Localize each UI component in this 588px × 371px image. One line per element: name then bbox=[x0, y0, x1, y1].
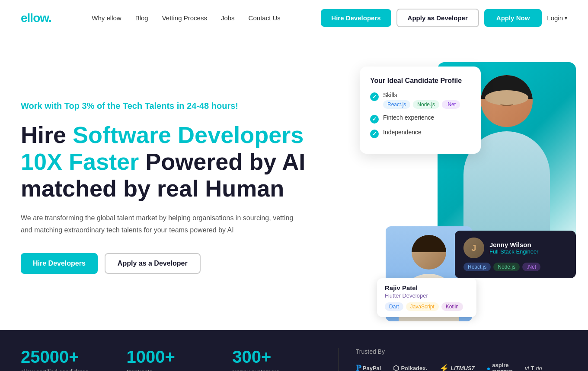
stat-candidates-num: 25000+ bbox=[21, 347, 127, 367]
nav-jobs[interactable]: Jobs bbox=[221, 14, 235, 22]
logo-litmus7: ⚡ LITMUS7 bbox=[439, 364, 475, 371]
nav-actions: Hire Developers Apply as Developer Apply… bbox=[321, 9, 567, 27]
paypal-icon: 𝐏 bbox=[356, 363, 361, 371]
logo-polkadex: ⬡ Polkadex. bbox=[393, 364, 427, 371]
nav-why-ellow[interactable]: Why ellow bbox=[92, 14, 121, 22]
aspire-icon: ● bbox=[487, 365, 490, 371]
apply-now-button[interactable]: Apply Now bbox=[484, 9, 542, 27]
profile-fintech-row: Fintech experience bbox=[370, 114, 470, 124]
litmus7-icon: ⚡ bbox=[439, 364, 449, 371]
avatar-smile bbox=[500, 101, 513, 106]
hero-title-part1: Hire bbox=[21, 122, 73, 148]
apply-as-developer-button[interactable]: Apply as Developer bbox=[396, 9, 479, 27]
profile-skills-row: Skills React.js Node.js .Net bbox=[370, 92, 470, 109]
rajiv-tags: Dart JavaScript Kotlin bbox=[385, 302, 469, 311]
rajiv-tag-kotlin: Kotlin bbox=[441, 302, 463, 311]
rajiv-name: Rajiv Patel bbox=[385, 284, 469, 292]
jenny-tag-node: Node.js bbox=[493, 263, 520, 271]
logo-paypal: 𝐏 PayPal bbox=[356, 363, 381, 371]
login-button[interactable]: Login bbox=[547, 14, 567, 22]
nav-contact[interactable]: Contact Us bbox=[249, 14, 281, 22]
stat-customers-num: 300+ bbox=[232, 347, 338, 367]
logo-text: llow. bbox=[27, 11, 51, 25]
hire-developers-button[interactable]: Hire Developers bbox=[321, 9, 391, 27]
stat-customers-label: Happy customers bbox=[232, 368, 338, 371]
tag-net: .Net bbox=[442, 100, 460, 109]
hero-title-highlight: Software Developers bbox=[73, 122, 304, 148]
jenny-role: Full-Stack Engineer bbox=[489, 248, 538, 255]
logo-vitrio: viTrio bbox=[525, 365, 542, 371]
rajiv-info-card: Rajiv Patel Flutter Developer Dart JavaS… bbox=[377, 278, 476, 317]
hero-right: Your Ideal Candidate Profile Skills Reac… bbox=[360, 62, 567, 313]
rajiv-hair bbox=[412, 235, 446, 252]
tag-node: Node.js bbox=[413, 100, 439, 109]
hero-hire-button[interactable]: Hire Developers bbox=[21, 253, 98, 274]
rajiv-avatar bbox=[412, 235, 446, 270]
jenny-info: Jenny Wilson Full-Stack Engineer bbox=[489, 241, 538, 255]
hero-apply-button[interactable]: Apply as a Developer bbox=[105, 253, 201, 274]
tag-react: React.js bbox=[383, 100, 410, 109]
hero-tagline: Work with Top 3% of the Tech Talents in … bbox=[21, 101, 305, 111]
jenny-name: Jenny Wilson bbox=[489, 241, 538, 248]
profile-fintech: Fintech experience bbox=[383, 114, 434, 121]
stats-bar: 25000+ ellow certified candidates 1000+ … bbox=[0, 330, 588, 371]
jenny-avatar: J bbox=[463, 238, 484, 258]
hero-title-10x: 10X Faster bbox=[21, 149, 139, 174]
skills-label: Skills bbox=[383, 92, 460, 98]
stat-candidates-label: ellow certified candidates bbox=[21, 368, 127, 371]
profile-card: Your Ideal Candidate Profile Skills Reac… bbox=[360, 67, 481, 154]
profile-skills: Skills React.js Node.js .Net bbox=[383, 92, 460, 109]
hero-left: Work with Top 3% of the Tech Talents in … bbox=[21, 101, 305, 274]
stat-contracts-label: Contracts bbox=[127, 368, 233, 371]
profile-independence: Independence bbox=[383, 129, 422, 136]
stat-contracts-num: 1000+ bbox=[127, 347, 233, 367]
jenny-header: J Jenny Wilson Full-Stack Engineer bbox=[463, 238, 567, 258]
stat-contracts: 1000+ Contracts bbox=[127, 347, 233, 371]
jenny-tag-net: .Net bbox=[522, 263, 540, 271]
hero-description: We are transforming the global talent ma… bbox=[21, 212, 297, 235]
stat-candidates: 25000+ ellow certified candidates bbox=[21, 347, 127, 371]
trusted-label: Trusted By bbox=[356, 348, 567, 355]
hero-buttons: Hire Developers Apply as a Developer bbox=[21, 253, 305, 274]
jenny-card: J Jenny Wilson Full-Stack Engineer React… bbox=[455, 231, 576, 278]
logo[interactable]: ellow. bbox=[21, 11, 51, 25]
hero-section: Work with Top 3% of the Tech Talents in … bbox=[0, 36, 588, 330]
nav-blog[interactable]: Blog bbox=[135, 14, 148, 22]
logo-aspire: ● aspireSYSTEMS bbox=[487, 362, 513, 371]
jenny-tag-react: React.js bbox=[463, 263, 491, 271]
rajiv-tag-dart: Dart bbox=[385, 302, 403, 311]
nav-vetting[interactable]: Vetting Process bbox=[162, 14, 207, 22]
fintech-check-icon bbox=[370, 115, 379, 124]
stat-customers: 300+ Happy customers bbox=[232, 347, 338, 371]
skills-tags: React.js Node.js .Net bbox=[383, 100, 460, 109]
profile-independence-row: Independence bbox=[370, 129, 470, 138]
profile-card-title: Your Ideal Candidate Profile bbox=[370, 77, 470, 85]
navbar: ellow. Why ellow Blog Vetting Process Jo… bbox=[0, 0, 588, 36]
rajiv-tag-js: JavaScript bbox=[406, 302, 439, 311]
hero-title: Hire Software Developers 10X Faster Powe… bbox=[21, 121, 305, 202]
independence-check-icon bbox=[370, 130, 379, 138]
trusted-section: Trusted By 𝐏 PayPal ⬡ Polkadex. ⚡ LITMUS… bbox=[338, 348, 567, 371]
skills-check-icon bbox=[370, 92, 379, 101]
trusted-logos: 𝐏 PayPal ⬡ Polkadex. ⚡ LITMUS7 ● aspireS… bbox=[356, 362, 567, 371]
logo-e: e bbox=[21, 11, 27, 25]
nav-links: Why ellow Blog Vetting Process Jobs Cont… bbox=[92, 14, 281, 22]
polkadex-icon: ⬡ bbox=[393, 364, 399, 371]
rajiv-role: Flutter Developer bbox=[385, 292, 469, 299]
jenny-tags: React.js Node.js .Net bbox=[463, 263, 567, 271]
